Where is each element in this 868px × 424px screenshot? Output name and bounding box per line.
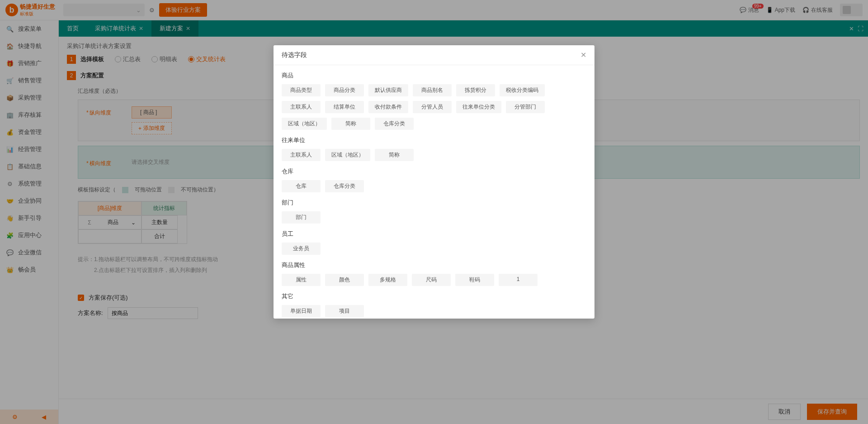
field-chips: 商品类型商品分类默认供应商商品别名拣货积分税收分类编码主联系人结算单位收付款条件…: [282, 84, 586, 130]
field-chip[interactable]: 主联系人: [282, 149, 321, 161]
field-group-title: 商品属性: [282, 261, 586, 269]
field-group-6: 其它单据日期项目: [282, 292, 586, 317]
field-group-3: 部门部门: [282, 199, 586, 224]
field-chips: 属性颜色多规格尺码鞋码1: [282, 274, 586, 286]
field-chip[interactable]: 结算单位: [325, 101, 364, 113]
field-chip[interactable]: 仓库分类: [325, 180, 364, 192]
field-group-0: 商品商品类型商品分类默认供应商商品别名拣货积分税收分类编码主联系人结算单位收付款…: [282, 71, 586, 130]
modal-body: 商品商品类型商品分类默认供应商商品别名拣货积分税收分类编码主联系人结算单位收付款…: [274, 65, 594, 319]
field-chip[interactable]: 商品别名: [413, 84, 452, 96]
field-chip[interactable]: 项目: [325, 305, 364, 317]
field-chip[interactable]: 往来单位分类: [456, 101, 501, 113]
field-chips: 仓库仓库分类: [282, 180, 586, 192]
field-chip[interactable]: 鞋码: [455, 274, 494, 286]
field-chip[interactable]: 1: [499, 274, 538, 286]
field-chip[interactable]: 默认供应商: [368, 84, 408, 96]
field-chip[interactable]: 分管人员: [413, 101, 452, 113]
field-group-title: 往来单位: [282, 136, 586, 144]
field-chip[interactable]: 仓库: [282, 180, 321, 192]
field-chip[interactable]: 业务员: [282, 243, 321, 255]
field-group-5: 商品属性属性颜色多规格尺码鞋码1: [282, 261, 586, 286]
field-picker-modal: 待选字段 ✕ 商品商品类型商品分类默认供应商商品别名拣货积分税收分类编码主联系人…: [274, 45, 594, 319]
field-chip[interactable]: 属性: [282, 274, 321, 286]
field-chip[interactable]: 税收分类编码: [500, 84, 545, 96]
field-group-title: 商品: [282, 71, 586, 80]
field-chip[interactable]: 区域（地区）: [282, 118, 327, 130]
field-group-title: 其它: [282, 292, 586, 300]
field-group-title: 部门: [282, 199, 586, 207]
field-chip[interactable]: 多规格: [368, 274, 407, 286]
field-chips: 业务员: [282, 243, 586, 255]
field-chip[interactable]: 分管部门: [506, 101, 545, 113]
field-chip[interactable]: 部门: [282, 211, 321, 224]
field-chips: 部门: [282, 211, 586, 224]
field-group-2: 仓库仓库仓库分类: [282, 167, 586, 192]
field-chips: 单据日期项目: [282, 305, 586, 317]
field-group-4: 员工业务员: [282, 230, 586, 255]
field-group-title: 员工: [282, 230, 586, 238]
field-chips: 主联系人区域（地区）简称: [282, 149, 586, 161]
field-chip[interactable]: 商品类型: [282, 84, 321, 96]
field-chip[interactable]: 区域（地区）: [325, 149, 370, 161]
field-chip[interactable]: 尺码: [412, 274, 451, 286]
field-chip[interactable]: 主联系人: [282, 101, 321, 113]
field-chip[interactable]: 仓库分类: [375, 118, 414, 130]
field-chip[interactable]: 收付款条件: [368, 101, 408, 113]
field-chip[interactable]: 简称: [375, 149, 414, 161]
modal-close-button[interactable]: ✕: [580, 51, 586, 59]
field-chip[interactable]: 拣货积分: [456, 84, 495, 96]
field-group-1: 往来单位主联系人区域（地区）简称: [282, 136, 586, 161]
modal-title: 待选字段: [282, 51, 307, 59]
modal-header: 待选字段 ✕: [274, 45, 594, 65]
field-chip[interactable]: 颜色: [325, 274, 364, 286]
field-chip[interactable]: 单据日期: [282, 305, 321, 317]
field-group-title: 仓库: [282, 167, 586, 176]
field-chip[interactable]: 商品分类: [325, 84, 364, 96]
field-chip[interactable]: 简称: [331, 118, 370, 130]
